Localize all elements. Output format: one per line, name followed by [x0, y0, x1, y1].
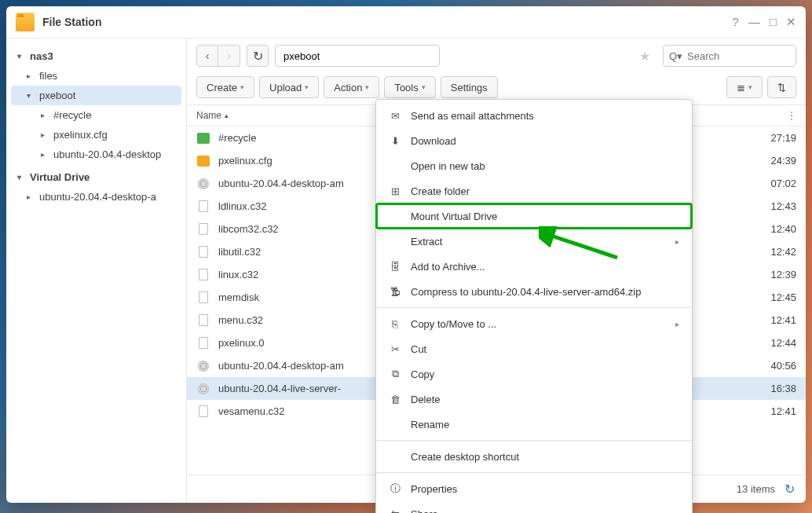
forward-button[interactable]: › — [218, 45, 240, 67]
copy-icon: ⧉ — [389, 368, 401, 380]
menu-item-copy[interactable]: ⧉Copy — [376, 361, 692, 387]
menu-item-compress-to-ubuntu-20-04-4-live-server-amd64-zip[interactable]: 🗜Compress to ubuntu-20.04.4-live-server-… — [376, 279, 692, 304]
disc-icon — [196, 359, 210, 373]
info-icon: ⓘ — [389, 482, 401, 495]
upload-button[interactable]: Upload▾ — [259, 76, 319, 98]
menu-item-delete[interactable]: 🗑Delete — [376, 387, 692, 412]
copyto-icon: ⎘ — [389, 317, 401, 330]
menu-item-mount-virtual-drive[interactable]: Mount Virtual Drive — [376, 203, 692, 229]
cut-icon: ✂ — [389, 343, 401, 355]
compress-icon: 🗜 — [389, 285, 401, 298]
tree-item-pxeboot[interactable]: ▾pxeboot — [11, 86, 181, 105]
column-more-icon[interactable]: ⋮ — [787, 110, 796, 121]
menu-item-label: Delete — [411, 394, 441, 405]
menu-item-label: Properties — [411, 483, 457, 495]
file-icon — [196, 405, 210, 419]
file-icon — [196, 245, 210, 259]
menu-item-share[interactable]: ⇆Share — [376, 501, 692, 513]
menu-item-label: Create desktop shortcut — [411, 451, 519, 463]
file-icon — [196, 291, 210, 305]
tree-item-pxelinuxcfg[interactable]: ▸pxelinux.cfg — [11, 125, 181, 145]
submenu-arrow-icon: ▸ — [675, 237, 679, 246]
file-time: 12:45 — [752, 291, 796, 303]
menu-item-label: Copy to/Move to ... — [411, 318, 496, 330]
menu-item-label: Send as email attachments — [411, 110, 534, 122]
view-list-button[interactable]: ≣ ▾ — [726, 76, 763, 98]
maximize-icon[interactable]: □ — [770, 15, 777, 29]
path-input[interactable] — [275, 45, 440, 67]
menu-item-label: Add to Archive... — [411, 261, 485, 273]
tools-button[interactable]: Tools▾ — [384, 76, 435, 98]
file-time: 07:02 — [752, 178, 796, 189]
search-icon: Q▾ — [669, 50, 682, 62]
menu-item-open-in-new-tab[interactable]: Open in new tab — [376, 153, 692, 178]
file-icon — [196, 268, 210, 282]
menu-item-download[interactable]: ⬇Download — [376, 128, 692, 153]
menu-item-create-folder[interactable]: ⊞Create folder — [376, 178, 692, 203]
help-icon[interactable]: ? — [733, 15, 739, 29]
tree-item-recycle[interactable]: ▸#recycle — [11, 105, 181, 125]
menu-item-cut[interactable]: ✂Cut — [376, 336, 692, 361]
file-icon — [196, 336, 210, 350]
folder-icon — [196, 131, 210, 145]
file-time: 12:40 — [752, 223, 796, 235]
menu-item-extract[interactable]: Extract▸ — [376, 229, 692, 254]
file-icon — [196, 313, 210, 328]
name-column-header[interactable]: Name▴ — [196, 110, 229, 121]
file-time: 12:44 — [752, 337, 796, 349]
tree-item-ubuntu-desktop[interactable]: ▸ubuntu-20.04.4-desktop — [11, 145, 181, 164]
blank-icon — [389, 159, 401, 172]
menu-item-label: Download — [411, 135, 456, 147]
search-input[interactable] — [663, 45, 796, 67]
minimize-icon[interactable]: — — [748, 15, 760, 29]
menu-item-send-as-email-attachments[interactable]: ✉Send as email attachments — [376, 103, 692, 128]
file-icon — [196, 222, 210, 236]
file-time: 12:41 — [752, 314, 796, 326]
menu-item-label: Create folder — [411, 185, 470, 197]
favorite-icon[interactable]: ★ — [639, 49, 650, 64]
titlebar: File Station ? — □ ✕ — [6, 6, 806, 38]
file-time: 24:39 — [752, 155, 796, 167]
create-button[interactable]: Create▾ — [196, 76, 254, 98]
context-menu: ✉Send as email attachments⬇DownloadOpen … — [375, 99, 693, 513]
sidebar: ▾nas3 ▸files ▾pxeboot ▸#recycle ▸pxelinu… — [6, 38, 187, 503]
action-button[interactable]: Action▾ — [324, 76, 379, 98]
footer-refresh-icon[interactable]: ↻ — [785, 482, 795, 497]
blank-icon — [389, 210, 401, 222]
tree-item-files[interactable]: ▸files — [11, 66, 181, 86]
menu-item-copy-to-move-to[interactable]: ⎘Copy to/Move to ...▸ — [376, 311, 692, 336]
blank-icon — [389, 418, 401, 431]
menu-item-label: Rename — [411, 419, 449, 431]
disc-icon — [196, 382, 210, 396]
menu-item-label: Mount Virtual Drive — [411, 211, 497, 222]
disc-icon — [196, 177, 210, 191]
delete-icon: 🗑 — [389, 393, 401, 405]
close-icon[interactable]: ✕ — [786, 15, 796, 29]
file-time: 12:39 — [752, 269, 796, 280]
file-time: 27:19 — [752, 132, 796, 144]
back-button[interactable]: ‹ — [196, 45, 218, 67]
blank-icon — [389, 450, 401, 463]
menu-item-label: Share — [411, 508, 438, 514]
blank-icon — [389, 235, 401, 247]
menu-item-properties[interactable]: ⓘProperties — [376, 476, 692, 501]
download-icon: ⬇ — [389, 134, 401, 147]
menu-item-rename[interactable]: Rename — [376, 412, 692, 437]
file-time: 12:42 — [752, 246, 796, 258]
menu-item-create-desktop-shortcut[interactable]: Create desktop shortcut — [376, 444, 692, 469]
tree-root[interactable]: ▾nas3 — [11, 46, 181, 66]
archive-icon: 🗄 — [389, 260, 401, 273]
menu-item-label: Copy — [411, 368, 434, 380]
sort-button[interactable]: ⇅ — [767, 76, 796, 98]
menu-item-add-to-archive[interactable]: 🗄Add to Archive... — [376, 254, 692, 279]
folder-icon — [196, 154, 210, 168]
menu-item-label: Compress to ubuntu-20.04.4-live-server-a… — [411, 286, 641, 298]
menu-item-label: Extract — [411, 236, 442, 247]
settings-button[interactable]: Settings — [441, 76, 498, 98]
file-time: 40:56 — [752, 360, 796, 372]
submenu-arrow-icon: ▸ — [675, 320, 679, 328]
tree-virtual-drive[interactable]: ▾Virtual Drive — [11, 167, 181, 187]
refresh-button[interactable]: ↻ — [247, 45, 269, 67]
nav-toolbar: ‹ › ↻ ★ Q▾ — [187, 38, 806, 73]
tree-item-virtual-ubuntu[interactable]: ▸ubuntu-20.04.4-desktop-a — [11, 187, 181, 207]
